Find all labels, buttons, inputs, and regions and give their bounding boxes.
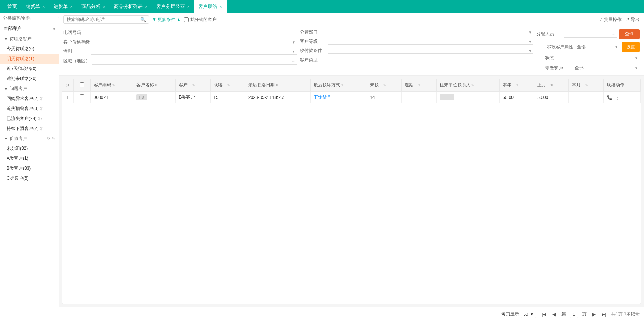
sort-icon6: ⇅ xyxy=(341,83,344,87)
query-button[interactable]: 查询 xyxy=(619,29,640,39)
sidebar-item-ungrouped[interactable]: 未分组(32) xyxy=(0,144,59,153)
col-customer-name[interactable]: 客户名称⇅ xyxy=(133,79,176,92)
retail-attr-select[interactable]: 全部 ▼ xyxy=(575,43,620,51)
nav-product-analysis-list[interactable]: 商品分析列表 × xyxy=(109,0,151,13)
sort-icon5: ⇅ xyxy=(276,83,279,87)
nav-sales-order[interactable]: 销货单 × xyxy=(21,0,49,13)
region-filter-row: 区域（地区） ··· xyxy=(63,58,297,65)
col-customer-type[interactable]: 客户...⇅ xyxy=(176,79,210,92)
sidebar-group-value[interactable]: ▼ 价值客户 ↻ ✎ xyxy=(0,134,59,144)
contact-icon[interactable]: 📞 xyxy=(607,95,612,100)
col-this-month[interactable]: 本月...⇅ xyxy=(569,79,603,92)
row-checkbox[interactable] xyxy=(80,94,84,99)
region-select[interactable]: ··· xyxy=(92,58,297,65)
nav-home[interactable]: 首页 xyxy=(3,0,21,13)
sidebar-item-tomorrow[interactable]: 明天待联络(1) xyxy=(0,54,59,64)
col-overdue[interactable]: 逾期...⇅ xyxy=(402,79,436,92)
page-number-input[interactable]: 1 xyxy=(570,311,579,318)
price-level-select[interactable]: ▼ xyxy=(92,39,297,45)
nav-customer-contact[interactable]: 客户联络 × xyxy=(194,0,226,13)
more-filter-button[interactable]: ▼ 更多条件 ▲ xyxy=(152,17,181,23)
sidebar-group-pending[interactable]: ▼ 待联络客户 xyxy=(0,34,59,44)
sidebar-item-a-class[interactable]: A类客户(1) xyxy=(0,153,59,163)
close-product-analysis-list-icon[interactable]: × xyxy=(145,4,147,9)
chevron-down-icon6: ▼ xyxy=(615,45,618,49)
refresh-icon[interactable]: ↻ xyxy=(47,136,50,141)
main-search-input[interactable] xyxy=(67,17,140,22)
gender-select[interactable]: ▼ xyxy=(91,49,297,55)
dept-select[interactable]: ▼ xyxy=(328,30,533,35)
edit-icon[interactable]: ✎ xyxy=(52,136,55,141)
row-type: B类客户 xyxy=(176,92,210,103)
sidebar-item-declining[interactable]: 持续下滑客户(2) ⓘ xyxy=(0,124,59,134)
sidebar-item-c-class[interactable]: C类客户(6) xyxy=(0,173,59,183)
phone-input[interactable] xyxy=(91,29,297,36)
col-contact-count[interactable]: 联络...⇅ xyxy=(210,79,245,92)
retail-select[interactable]: 全部 ▼ xyxy=(573,64,640,72)
close-product-analysis-icon[interactable]: × xyxy=(103,4,105,9)
sort-icon7: ⇅ xyxy=(383,83,386,87)
region-ellipsis[interactable]: ··· xyxy=(292,58,295,63)
export-button[interactable]: ↗ 导出 xyxy=(626,17,640,23)
search-bar: 🔍 ▼ 更多条件 ▲ 我分管的客户 ☑ 批量操作 ↗ 导出 xyxy=(59,13,644,26)
sort-icon2: ⇅ xyxy=(155,83,158,87)
close-customer-contact-icon[interactable]: × xyxy=(220,4,222,9)
sidebar-item-loss-warning[interactable]: 流失预警客户(3) ⓘ xyxy=(0,104,59,114)
col-last-contact-date[interactable]: 最后联络日期⇅ xyxy=(245,79,311,92)
col-gear[interactable]: ⚙ xyxy=(62,79,73,92)
col-this-year[interactable]: 本年...⇅ xyxy=(499,79,534,92)
customer-level-select[interactable]: ▼ xyxy=(328,39,533,45)
sidebar-item-repurchase-abnormal[interactable]: 回购异常客户(2) ⓘ xyxy=(0,94,59,104)
select-all-checkbox[interactable] xyxy=(80,82,84,87)
page-size-dropdown[interactable]: 50 ▼ xyxy=(521,311,536,318)
sidebar-item-overdue[interactable]: 逾期未联络(30) xyxy=(0,74,59,84)
next-page-button[interactable]: ▶ xyxy=(590,311,598,318)
contact-method-link[interactable]: 下销货单 xyxy=(314,94,331,100)
row-checkbox-cell xyxy=(73,92,90,103)
top-nav: 首页 销货单 × 进货单 × 商品分析 × 商品分析列表 × 客户分层经营 × … xyxy=(0,0,644,13)
nav-customer-tier[interactable]: 客户分层经营 × xyxy=(152,0,194,13)
payment-select[interactable]: ▼ xyxy=(328,48,533,54)
sidebar-item-lost[interactable]: 已流失客户(24) ⓘ xyxy=(0,114,59,124)
col-customer-code[interactable]: 客户编码⇅ xyxy=(90,79,133,92)
manager-select[interactable]: ··· xyxy=(564,31,617,38)
customer-type-filter-row: 客户类型 xyxy=(300,57,533,63)
close-customer-tier-icon[interactable]: × xyxy=(187,4,189,9)
more-action-icon[interactable]: ⋮⋮ xyxy=(615,95,624,100)
customer-type-select[interactable] xyxy=(328,59,533,61)
top-right-actions: ☑ 批量操作 ↗ 导出 xyxy=(599,17,640,23)
manager-ellipsis[interactable]: ··· xyxy=(612,31,615,37)
export-icon: ↗ xyxy=(626,17,630,22)
sort-icon11: ⇅ xyxy=(550,83,553,87)
nav-purchase-order[interactable]: 进货单 × xyxy=(49,0,77,13)
setting-button[interactable]: 设置 xyxy=(622,42,640,52)
payment-label: 收付款条件 xyxy=(300,48,326,54)
my-customers-check[interactable] xyxy=(184,17,189,22)
main-search-icon[interactable]: 🔍 xyxy=(140,17,146,22)
gear-icon[interactable]: ⚙ xyxy=(65,83,69,88)
col-contact-person[interactable]: 往来单位联系人⇅ xyxy=(436,79,499,92)
col-last-month[interactable]: 上月...⇅ xyxy=(534,79,569,92)
chevron-up-icon: ▲ xyxy=(176,17,181,22)
my-customers-checkbox[interactable]: 我分管的客户 xyxy=(184,17,217,23)
col-uncontacted[interactable]: 未联...⇅ xyxy=(367,79,402,92)
sidebar-item-b-class[interactable]: B类客户(33) xyxy=(0,163,59,173)
col-last-contact-method[interactable]: 最后联络方式⇅ xyxy=(311,79,367,92)
sidebar-item-today[interactable]: 今天待联络(0) xyxy=(0,44,59,54)
nav-product-analysis[interactable]: 商品分析 × xyxy=(77,0,109,13)
sidebar-item-week[interactable]: 近7天待联络(0) xyxy=(0,64,59,74)
close-purchase-order-icon[interactable]: × xyxy=(70,4,72,9)
status-select[interactable]: ▼ xyxy=(573,55,640,61)
close-sales-order-icon[interactable]: × xyxy=(42,4,45,9)
sidebar-search-input[interactable] xyxy=(3,15,58,21)
last-page-button[interactable]: ▶| xyxy=(599,311,608,318)
sidebar-group-problem[interactable]: ▼ 问题客户 xyxy=(0,84,59,94)
data-table: ⚙ 客户编码⇅ 客户名称⇅ 客户...⇅ 联络...⇅ xyxy=(62,79,641,103)
sort-icon9: ⇅ xyxy=(471,83,474,87)
sidebar-all-customers[interactable]: 全部客户 « xyxy=(0,23,59,34)
prev-page-button[interactable]: ◀ xyxy=(550,311,558,318)
page-size-area: 每页显示 50 ▼ xyxy=(501,311,536,318)
sort-icon8: ⇅ xyxy=(418,83,421,87)
batch-op-button[interactable]: ☑ 批量操作 xyxy=(599,17,622,23)
first-page-button[interactable]: |◀ xyxy=(539,311,548,318)
